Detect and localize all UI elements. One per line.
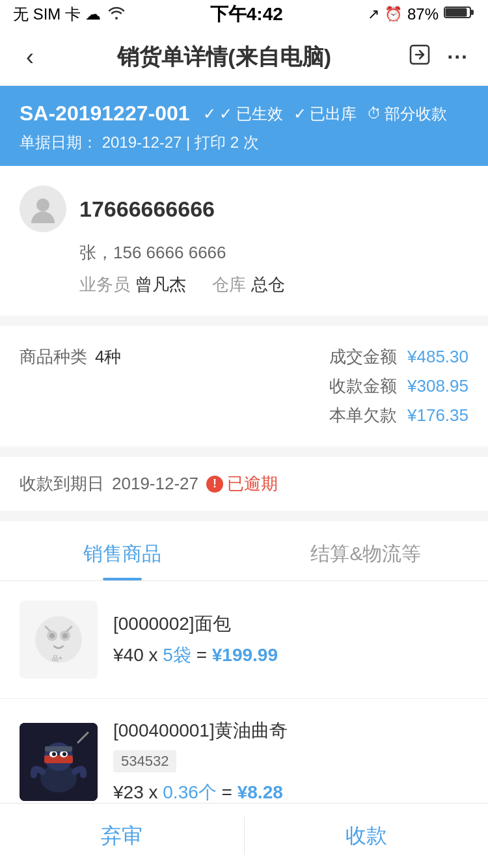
unit-price-1: ¥40 [113,645,144,665]
tab-settlement[interactable]: 结算&物流等 [244,521,488,580]
salesperson-item: 业务员 曾凡杰 [79,273,186,296]
status-left: 无 SIM 卡 ☁ [13,4,126,25]
received-label: 收款金额 [329,375,397,398]
nav-bar: ‹ 销货单详情(来自电脑) ··· [0,29,488,86]
summary-right: 成交金额 ¥485.30 收款金额 ¥308.95 本单欠款 ¥176.35 [329,346,468,427]
share-icon[interactable] [408,43,431,72]
equals-icon-1: = [197,645,212,665]
order-id: SA-20191227-001 [20,102,190,126]
amount-row: 成交金额 ¥485.30 [329,346,468,368]
summary-left: 商品种类 4种 [20,346,121,368]
warehouse-item: 仓库 总仓 [212,273,285,296]
bottom-bar: 弃审 收款 [0,803,488,868]
check-icon-2: ✓ [293,105,306,123]
order-date: 单据日期： 2019-12-27 | 打印 2 次 [20,132,468,153]
warehouse-value: 总仓 [251,273,285,296]
svg-rect-2 [445,8,467,17]
product-total-1: ¥199.99 [212,645,278,665]
order-header: SA-20191227-001 ✓ ✓ 已生效 ✓ 已出库 ⏱ 部分收款 单据日… [0,86,488,166]
amount-label: 成交金额 [329,346,397,368]
clock-icon: ⏱ [367,105,381,122]
received-value: ¥308.95 [407,376,468,396]
unit-price-2: ¥23 [113,782,144,802]
battery-icon [444,5,475,24]
product-price-2: ¥23 x 0.36个 = ¥8.28 [113,780,468,805]
product-thumbnail-1: 品+ [20,601,98,679]
product-total-2: ¥8.28 [237,782,283,802]
alarm-icon: ⏰ [385,6,402,23]
overdue-text: 已逾期 [227,472,278,495]
svg-point-4 [36,198,49,211]
page-title: 销货单详情(来自电脑) [117,42,331,72]
due-date-label: 收款到期日 [20,472,104,495]
multiply-icon-1: x [149,645,163,665]
svg-text:品+: 品+ [52,655,62,662]
debt-row: 本单欠款 ¥176.35 [329,404,468,427]
customer-info: 张，156 6666 6666 [79,241,468,264]
product-type-label: 商品种类 [20,346,87,368]
customer-section: 17666666666 张，156 6666 6666 业务员 曾凡杰 仓库 总… [0,166,488,316]
svg-point-17 [52,752,56,756]
battery-text: 87% [407,5,439,23]
warehouse-label: 仓库 [212,273,246,296]
wifi-icon [107,5,126,23]
overdue-badge: ! 已逾期 [206,472,278,495]
tab-products[interactable]: 销售商品 [0,521,244,580]
customer-top: 17666666666 [20,185,468,232]
received-row: 收款金额 ¥308.95 [329,375,468,398]
svg-point-18 [62,752,66,756]
tabs-section: 销售商品 结算&物流等 [0,521,488,581]
product-type-item: 商品种类 4种 [20,346,121,368]
equals-icon-2: = [222,782,237,802]
more-icon[interactable]: ··· [447,45,468,69]
product-price-1: ¥40 x 5袋 = ¥199.99 [113,643,468,668]
amount-value: ¥485.30 [407,347,468,367]
salesperson-label: 业务员 [79,273,130,296]
overdue-icon: ! [206,476,223,493]
product-sku-2: 534532 [113,750,176,772]
due-date-value: 2019-12-27 [112,474,198,494]
avatar [20,185,66,232]
product-name-1: [0000002]面包 [113,612,468,636]
svg-rect-19 [45,746,72,752]
svg-point-8 [49,633,55,638]
customer-phone: 17666666666 [79,197,215,222]
product-qty-1: 5袋 [163,645,191,665]
badge-effective: ✓ ✓ 已生效 [203,103,284,124]
svg-rect-14 [44,755,73,763]
status-time: 下午4:42 [210,2,283,27]
check-icon-1: ✓ [203,105,216,123]
product-qty-2: 0.36个 [163,782,217,802]
product-type-value: 4种 [95,346,121,368]
summary-section: 商品种类 4种 成交金额 ¥485.30 收款金额 ¥308.95 本单欠款 ¥… [0,326,488,446]
cancel-button[interactable]: 弃审 [0,804,244,868]
product-info-1: [0000002]面包 ¥40 x 5袋 = ¥199.99 [113,612,468,668]
badge-shipped: ✓ 已出库 [293,103,357,124]
status-right: ↗ ⏰ 87% [368,5,475,24]
products-section: 品+ [0000002]面包 ¥40 x 5袋 = ¥199.99 [0,581,488,825]
location-icon: ↗ [368,6,379,23]
sim-label: 无 SIM 卡 ☁ [13,4,101,25]
product-info-2: [000400001]黄油曲奇 534532 ¥23 x 0.36个 = ¥8.… [113,718,468,805]
debt-label: 本单欠款 [329,404,397,427]
svg-rect-1 [470,10,474,15]
confirm-button[interactable]: 收款 [245,804,489,868]
order-badges: ✓ ✓ 已生效 ✓ 已出库 ⏱ 部分收款 [203,103,448,124]
customer-meta: 业务员 曾凡杰 仓库 总仓 [79,273,468,296]
due-date-section: 收款到期日 2019-12-27 ! 已逾期 [0,457,488,511]
table-row: 品+ [0000002]面包 ¥40 x 5袋 = ¥199.99 [0,581,488,699]
badge-partial: ⏱ 部分收款 [367,103,447,124]
nav-actions: ··· [408,43,468,72]
salesperson-value: 曾凡杰 [135,273,186,296]
back-button[interactable]: ‹ [20,37,40,77]
multiply-icon-2: x [149,782,163,802]
product-thumbnail-2 [20,723,98,801]
svg-point-9 [62,633,68,638]
debt-value: ¥176.35 [407,405,468,426]
status-bar: 无 SIM 卡 ☁ 下午4:42 ↗ ⏰ 87% [0,0,488,29]
product-name-2: [000400001]黄油曲奇 [113,718,468,743]
